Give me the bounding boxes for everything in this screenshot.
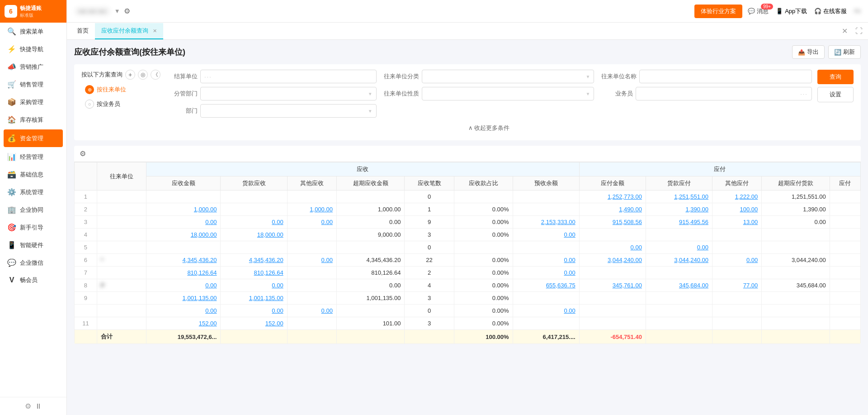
edit-scheme-btn[interactable]: ◎ (138, 70, 148, 80)
sidebar-item-inventory[interactable]: 🏠 库存核算 (0, 111, 66, 129)
ar-ratio: 0.00% (454, 279, 513, 292)
window-maximize-btn[interactable]: ⛶ (854, 26, 864, 37)
window-close-btn[interactable]: ✕ (839, 26, 850, 37)
sidebar-item-ops[interactable]: 📊 经营管理 (0, 148, 66, 166)
sidebar-item-member[interactable]: V 畅会员 (0, 272, 66, 289)
sidebar-item-guide[interactable]: 🎯 新手引导 (0, 219, 66, 236)
ap-extra (830, 191, 860, 203)
ap-extra (830, 305, 860, 317)
app-download-btn[interactable]: 📱 App下载 (776, 7, 807, 15)
tab-ar-ap[interactable]: 应收应付余额查询 ✕ (95, 23, 163, 39)
inventory-icon: 🏠 (7, 115, 16, 124)
ar-amount: 0.00 (146, 216, 221, 229)
ap-extra (830, 203, 860, 216)
row-no: 5 (75, 241, 97, 254)
ar-ratio: 0.00% (454, 254, 513, 267)
partner-nature-input[interactable]: ▼ (422, 87, 594, 100)
ap-amount-link[interactable]: 1,252,773.00 (608, 193, 642, 200)
sidebar-item-quick-nav[interactable]: ⚡ 快捷导航 (0, 40, 66, 58)
salesman-input[interactable]: ··· (636, 87, 812, 100)
ap-overdue (762, 229, 830, 241)
ap-amount: 915,508.56 (579, 216, 646, 229)
ar-count: 0 (405, 305, 454, 317)
row-no: 11 (75, 317, 97, 330)
tab-close-icon[interactable]: ✕ (153, 28, 157, 33)
export-label: 导出 (807, 48, 819, 56)
main-area: xxx xxx xxx ▼ ⚙ 体验行业方案 💬 消息 99+ 📱 App下载 … (67, 0, 868, 415)
export-icon: 📤 (798, 49, 805, 56)
table-settings-icon[interactable]: ⚙ (80, 149, 86, 158)
sidebar-item-label: 基础信息 (20, 171, 43, 179)
ar-amount: 0.00 (146, 279, 221, 292)
export-btn[interactable]: 📤 导出 (792, 45, 825, 59)
sidebar-item-label: 新手引导 (20, 224, 43, 232)
partner-name: ^ (97, 254, 146, 267)
collapse-label: 收起更多条件 (474, 124, 509, 131)
page-content: 应收应付余额查询(按往来单位) 📤 导出 🔄 刷新 (67, 40, 868, 349)
header-chevron-icon[interactable]: ▼ (114, 8, 120, 14)
sidebar-item-purchase[interactable]: 📦 采购管理 (0, 93, 66, 111)
sidebar-item-sales[interactable]: 🛒 销售管理 (0, 76, 66, 93)
sidebar-item-finance[interactable]: 💰 资金管理 (4, 129, 63, 147)
data-table-container: ⚙ 往来单位 应收 应付 应收金额 货款应收 其他应收 (74, 146, 861, 344)
data-table: 往来单位 应收 应付 应收金额 货款应收 其他应收 超期应收金额 应收笔数 应收… (74, 162, 861, 344)
table-row: 8 P 0.00 0.00 0.00 4 0.00% 655,636.75 34… (75, 279, 861, 292)
sidebar-item-label: 经营管理 (20, 153, 43, 161)
query-btn[interactable]: 查询 (817, 70, 854, 84)
tab-home[interactable]: 首页 (71, 23, 95, 39)
finance-icon: 💰 (7, 134, 16, 143)
dept-input[interactable]: ▼ (200, 104, 377, 118)
field-dept: 部门 ▼ (166, 104, 377, 118)
partner-name (97, 191, 146, 203)
ap-other-link[interactable]: 1,222.00 (735, 193, 758, 200)
sidebar-settings-btn[interactable]: ⚙ (25, 402, 31, 410)
ar-advance: 0.00 (513, 267, 579, 279)
ar-other (287, 292, 336, 305)
ap-overdue: 3,044,240.00 (762, 254, 830, 267)
trial-btn[interactable]: 体验行业方案 (694, 5, 742, 18)
sidebar-item-enterprise[interactable]: 🏢 企业协同 (0, 201, 66, 219)
ar-ratio (454, 191, 513, 203)
ap-amount (579, 317, 646, 330)
tab-home-label: 首页 (77, 27, 89, 34)
online-service-btn[interactable]: 🎧 在线客服 (814, 7, 847, 15)
sidebar-item-marketing[interactable]: 📣 营销推广 (0, 58, 66, 76)
scheme-by-staff[interactable]: ○ 按业务员 (81, 98, 160, 110)
message-btn[interactable]: 💬 消息 99+ (748, 7, 769, 15)
table-toolbar: ⚙ (74, 146, 861, 162)
ap-other: 13.00 (712, 216, 762, 229)
settlement-unit-input[interactable]: ··· (200, 70, 377, 83)
ar-amount (146, 241, 221, 254)
ar-loan (221, 241, 287, 254)
sidebar-collapse-btn[interactable]: ⏸ (35, 402, 42, 410)
sidebar-item-search-menu[interactable]: 🔍 搜索菜单 (0, 23, 66, 40)
ap-other (712, 229, 762, 241)
refresh-btn[interactable]: 🔄 刷新 (828, 45, 861, 59)
partner-name-input[interactable] (639, 70, 812, 83)
header-gear-icon[interactable]: ⚙ (124, 7, 130, 15)
scheme-staff-icon: ○ (85, 100, 94, 109)
collapse-btn[interactable]: ∧ 收起更多条件 (166, 121, 812, 135)
table-row: 9 1,001,135.00 1,001,135.00 1,001,135.00… (75, 292, 861, 305)
col-ar-advance: 预收余额 (513, 176, 579, 191)
ap-overdue: 0.00 (762, 216, 830, 229)
ap-loan-link[interactable]: 1,251,551.00 (674, 193, 708, 200)
settings-btn[interactable]: 设置 (817, 87, 854, 102)
col-ar-overdue: 超期应收金额 (336, 176, 404, 191)
ap-overdue (762, 267, 830, 279)
field-settlement-unit: 结算单位 ··· (166, 70, 377, 83)
sidebar-item-smart-hw[interactable]: 📱 智能硬件 (0, 236, 66, 254)
ap-loan (646, 229, 712, 241)
refresh-label: 刷新 (843, 48, 855, 56)
dept-manager-input[interactable]: ▼ (200, 87, 377, 100)
add-scheme-btn[interactable]: + (125, 70, 135, 80)
ap-loan: 1,390.00 (646, 203, 712, 216)
collapse-scheme-btn[interactable]: 《 (151, 70, 160, 80)
ar-other (287, 229, 336, 241)
partner-category-input[interactable]: ▼ (422, 70, 594, 83)
sidebar-item-sys-mgmt[interactable]: ⚙️ 系统管理 (0, 183, 66, 201)
ap-loan: 3,044,240.00 (646, 254, 712, 267)
sidebar-item-wechat[interactable]: 💬 企业微信 (0, 254, 66, 272)
scheme-by-unit[interactable]: ⊕ 按往来单位 (81, 83, 160, 96)
sidebar-item-base-info[interactable]: 🗃️ 基础信息 (0, 166, 66, 183)
